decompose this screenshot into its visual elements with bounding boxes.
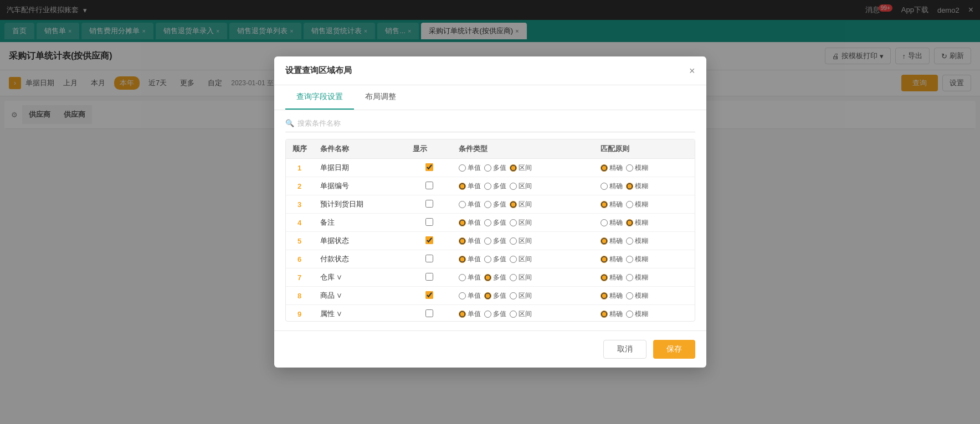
search-box: 🔍 [285, 119, 695, 132]
settings-dialog: 设置查询区域布局 × 查询字段设置 布局调整 🔍 [274, 56, 706, 133]
tab-layout-label: 布局调整 [365, 92, 396, 101]
dialog-header: 设置查询区域布局 × [274, 56, 706, 85]
tab-query-fields-label: 查询字段设置 [296, 92, 343, 101]
search-input[interactable] [297, 119, 408, 127]
dialog-title: 设置查询区域布局 [285, 65, 352, 76]
modal-overlay: 设置查询区域布局 × 查询字段设置 布局调整 🔍 [0, 0, 980, 133]
dialog-close-button[interactable]: × [689, 66, 695, 76]
dialog-body: 🔍 顺序 条件名称 显示 条件类型 匹配原则 [274, 110, 706, 133]
search-icon: 🔍 [285, 119, 294, 127]
tab-layout[interactable]: 布局调整 [354, 85, 407, 110]
tab-query-fields[interactable]: 查询字段设置 [285, 85, 354, 110]
dialog-tabs: 查询字段设置 布局调整 [274, 85, 706, 110]
